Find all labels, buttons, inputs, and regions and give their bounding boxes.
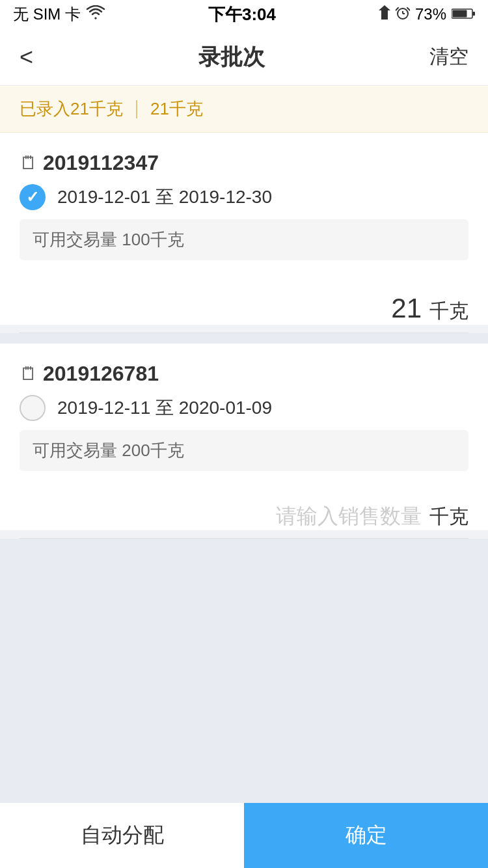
recorded-label: 已录入21千克 <box>20 98 123 120</box>
section-separator <box>0 333 488 344</box>
confirm-button[interactable]: 确定 <box>244 803 488 868</box>
batch1-date-range: 2019-12-01 至 2019-12-30 <box>57 185 272 210</box>
status-left: 无 SIM 卡 <box>13 4 105 25</box>
batch2-available: 可用交易量 200千克 <box>20 430 468 471</box>
info-divider <box>136 100 137 118</box>
back-button[interactable]: < <box>20 44 33 71</box>
batch1-id: 2019112347 <box>43 151 159 175</box>
nav-bar: < 录批次 清空 <box>0 29 488 86</box>
wifi-icon <box>86 5 105 23</box>
batch2-date-range: 2019-12-11 至 2020-01-09 <box>57 396 272 420</box>
batch2-qty-input[interactable] <box>226 504 422 528</box>
batch1-available: 可用交易量 100千克 <box>20 219 468 260</box>
clear-button[interactable]: 清空 <box>429 44 468 70</box>
page-title: 录批次 <box>198 42 265 72</box>
battery-icon <box>452 5 475 23</box>
status-right: 73% <box>379 5 475 23</box>
batch2-icon: 🗒 <box>20 363 38 385</box>
bottom-bar: 自动分配 确定 <box>0 803 488 868</box>
battery-text: 73% <box>415 5 446 23</box>
batch2-radio[interactable] <box>20 395 46 421</box>
status-time: 下午3:04 <box>208 3 276 26</box>
batch1-radio[interactable] <box>20 184 46 210</box>
svg-rect-5 <box>452 10 467 18</box>
batch1-quantity-value: 21 <box>391 293 422 324</box>
batch2-unit: 千克 <box>429 504 468 530</box>
info-banner: 已录入21千克 21千克 <box>0 86 488 133</box>
batch2-card: 🗒 2019126781 2019-12-11 至 2020-01-09 可用交… <box>0 344 488 495</box>
batch1-unit: 千克 <box>429 298 468 325</box>
batch2-id: 2019126781 <box>43 362 159 386</box>
location-icon <box>379 5 390 23</box>
carrier-text: 无 SIM 卡 <box>13 4 81 25</box>
batch1-icon: 🗒 <box>20 152 38 174</box>
alarm-icon <box>396 5 410 23</box>
svg-rect-4 <box>472 12 475 16</box>
recorded-value: 21千克 <box>150 98 203 120</box>
batch2-input-row: 千克 <box>0 495 488 530</box>
batch1-quantity-row: 21 千克 <box>0 284 488 325</box>
batch1-card: 🗒 2019112347 2019-12-01 至 2019-12-30 可用交… <box>0 133 488 284</box>
auto-distribute-button[interactable]: 自动分配 <box>0 803 244 868</box>
status-bar: 无 SIM 卡 下午3:04 <box>0 0 488 29</box>
empty-area <box>0 539 488 825</box>
